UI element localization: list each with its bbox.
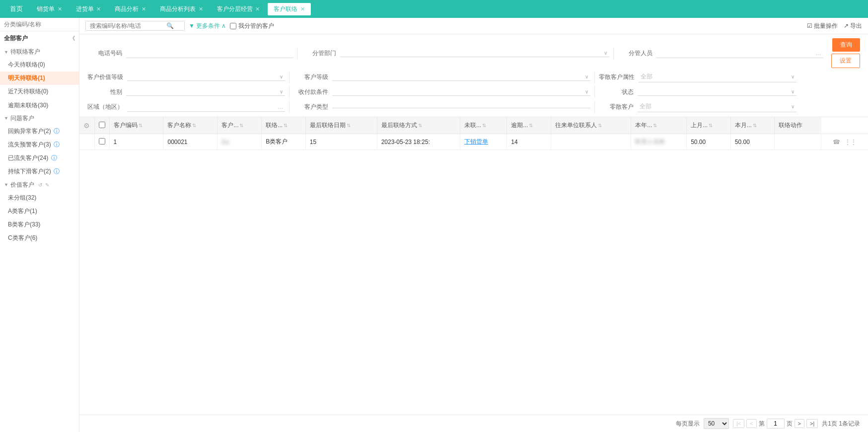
cell-checkbox[interactable] bbox=[94, 134, 109, 150]
filter-manager-select[interactable]: … bbox=[656, 49, 823, 58]
sort-icon-contact-count[interactable]: ⇅ bbox=[284, 123, 288, 128]
filter-retail-customer-select[interactable]: 全部 ∨ bbox=[638, 101, 796, 112]
cell-gear bbox=[79, 134, 94, 150]
filter-cell-customer-level: 客户等级 ∨ bbox=[289, 73, 594, 81]
sort-icon-overdue[interactable]: ⇅ bbox=[529, 123, 533, 128]
export-button[interactable]: ↗ 导出 bbox=[844, 22, 862, 30]
settings-button[interactable]: 设置 bbox=[831, 54, 860, 68]
sidebar-item-churned[interactable]: 已流失客户(24) ⓘ bbox=[0, 151, 79, 165]
retail-customer-caret-icon: ∨ bbox=[791, 104, 795, 109]
sidebar-group-value[interactable]: 价值客户 ↺ ✎ bbox=[0, 179, 79, 191]
contact-method-link[interactable]: 下销货单 bbox=[464, 138, 488, 145]
th-last-month: 上月... ⇅ bbox=[687, 117, 731, 134]
gender-caret-icon: ∨ bbox=[280, 89, 283, 94]
sidebar-group-pending[interactable]: 待联络客户 bbox=[0, 46, 79, 58]
main-search-icon[interactable]: 🔍 bbox=[166, 22, 174, 29]
filter-status-select[interactable]: ∨ bbox=[638, 88, 796, 96]
nav-product-analysis-list[interactable]: 商品分析列表 ✕ bbox=[154, 3, 209, 15]
sidebar-item-abnormal-repurchase[interactable]: 回购异常客户(2) ⓘ bbox=[0, 125, 79, 138]
filter-caret: ∧ bbox=[221, 22, 226, 29]
nav-product-analysis[interactable]: 商品分析 ✕ bbox=[109, 3, 152, 15]
next-page-button[interactable]: > bbox=[795, 419, 804, 428]
search-box[interactable]: 🔍 bbox=[85, 21, 185, 31]
nav-home[interactable]: 首页 bbox=[4, 2, 29, 15]
sort-icon-last-contact-date[interactable]: ⇅ bbox=[347, 123, 351, 128]
sidebar-item-tomorrow-contact[interactable]: 明天待联络(1) bbox=[0, 72, 79, 85]
filter-customer-type-select[interactable] bbox=[332, 106, 590, 108]
my-customers-checkbox-label[interactable]: 我分管的客户 bbox=[230, 22, 274, 30]
filter-dept-select[interactable]: ∨ bbox=[340, 49, 610, 57]
filter-cell-manager: 分管人员 … bbox=[614, 49, 827, 58]
filter-phone-input[interactable] bbox=[126, 49, 293, 58]
sidebar-item-declining[interactable]: 持续下滑客户(2) ⓘ bbox=[0, 165, 79, 178]
sort-icon-this-year[interactable]: ⇅ bbox=[653, 123, 657, 128]
sidebar-search-box[interactable]: 🔍 bbox=[0, 18, 79, 31]
nav-customer-contact[interactable]: 客户联络 ✕ bbox=[268, 3, 311, 15]
nav-close-customer-contact[interactable]: ✕ bbox=[300, 6, 305, 12]
my-customers-checkbox[interactable] bbox=[230, 23, 236, 29]
more-filter-button[interactable]: ▼ 更多条件 ∧ bbox=[189, 22, 226, 30]
main-search-input[interactable] bbox=[90, 22, 164, 29]
action-phone-icon[interactable]: ☎ bbox=[833, 139, 840, 145]
action-more-icon[interactable]: ⋮⋮ bbox=[845, 139, 857, 145]
nav-close-product-analysis[interactable]: ✕ bbox=[142, 6, 146, 12]
sort-icon-name[interactable]: ⇅ bbox=[192, 123, 196, 128]
sort-icon-this-month[interactable]: ⇅ bbox=[753, 123, 757, 128]
export-icon: ↗ bbox=[844, 22, 849, 29]
filter-customer-level-select[interactable]: ∨ bbox=[332, 73, 590, 81]
cell-last-contact-method[interactable]: 下销货单 bbox=[460, 134, 506, 150]
select-all-checkbox[interactable] bbox=[99, 122, 105, 128]
nav-close-purchase-order[interactable]: ✕ bbox=[96, 6, 101, 12]
sidebar-item-overdue-contact[interactable]: 逾期未联络(30) bbox=[0, 99, 79, 112]
sidebar-group-problem[interactable]: 问题客户 bbox=[0, 112, 79, 125]
filter-customer-value-select[interactable]: ∨ bbox=[127, 73, 285, 81]
filter-region-select[interactable]: … bbox=[127, 102, 285, 112]
per-page-select[interactable]: 50 100 200 bbox=[704, 418, 729, 429]
sort-icon-code[interactable]: ⇅ bbox=[139, 123, 143, 128]
sidebar-item-class-a[interactable]: A类客户(1) bbox=[0, 205, 79, 218]
filter-retail-attr-select[interactable]: 全部 ∨ bbox=[639, 72, 796, 82]
sidebar-item-7day-contact[interactable]: 近7天待联络(0) bbox=[0, 85, 79, 98]
sidebar-item-ungrouped[interactable]: 未分组(32) bbox=[0, 191, 79, 205]
sidebar-item-class-b[interactable]: B类客户(33) bbox=[0, 218, 79, 231]
prev-page-button[interactable]: < bbox=[746, 419, 756, 428]
th-overdue: 逾期... ⇅ bbox=[507, 117, 551, 134]
column-settings-icon[interactable]: ⚙ bbox=[83, 122, 90, 130]
th-this-month: 本月... ⇅ bbox=[730, 117, 775, 134]
footer: 每页显示 50 100 200 |< < 第 页 > >| 共1页 1条记录 bbox=[79, 415, 868, 432]
filter-cell-payment: 收付款条件 ∨ bbox=[289, 88, 594, 96]
cell-name[interactable]: Ea bbox=[217, 134, 262, 150]
filter-cell-customer-type: 客户类型 bbox=[289, 103, 594, 111]
page-number-input[interactable] bbox=[767, 419, 785, 429]
last-page-button[interactable]: >| bbox=[806, 419, 818, 428]
first-page-button[interactable]: |< bbox=[733, 419, 744, 428]
nav-close-customer-tiering[interactable]: ✕ bbox=[255, 6, 260, 12]
batch-operation-button[interactable]: ☑ 批量操作 bbox=[807, 22, 838, 30]
sort-icon-uncontacted[interactable]: ⇅ bbox=[482, 123, 486, 128]
row-checkbox[interactable] bbox=[99, 138, 105, 144]
total-records-label: 共1页 1条记录 bbox=[822, 420, 860, 428]
sidebar-collapse-icon: 《 bbox=[70, 35, 75, 42]
filter-payment-select[interactable]: ∨ bbox=[332, 88, 590, 96]
nav-customer-tiering[interactable]: 客户分层经营 ✕ bbox=[211, 3, 266, 15]
filter-cell-region: 区域（地区） … bbox=[87, 102, 289, 112]
sidebar-all-customers[interactable]: 全部客户 《 bbox=[0, 31, 79, 46]
sidebar-search-input[interactable] bbox=[4, 21, 78, 28]
th-gear[interactable]: ⚙ bbox=[79, 117, 94, 134]
sidebar-item-today-contact[interactable]: 今天待联络(0) bbox=[0, 58, 79, 72]
nav-sales-order[interactable]: 销货单 ✕ bbox=[31, 3, 68, 15]
sort-icon-last-month[interactable]: ⇅ bbox=[709, 123, 713, 128]
nav-close-product-analysis-list[interactable]: ✕ bbox=[199, 6, 203, 12]
sort-icon-type[interactable]: ⇅ bbox=[239, 123, 243, 128]
payment-caret-icon: ∨ bbox=[585, 89, 588, 94]
filter-gender-select[interactable]: ∨ bbox=[126, 88, 285, 96]
sort-icon-last-contact-method[interactable]: ⇅ bbox=[418, 123, 422, 128]
th-checkbox[interactable] bbox=[94, 117, 109, 134]
sort-icon-contact-person[interactable]: ⇅ bbox=[598, 123, 602, 128]
query-button[interactable]: 查询 bbox=[832, 38, 860, 52]
sidebar-item-class-c[interactable]: C类客户(6) bbox=[0, 231, 79, 245]
nav-close-sales-order[interactable]: ✕ bbox=[58, 6, 62, 12]
th-last-contact-date: 最后联络日期 ⇅ bbox=[305, 117, 377, 134]
nav-purchase-order[interactable]: 进货单 ✕ bbox=[70, 3, 107, 15]
sidebar-item-churn-warning[interactable]: 流失预警客户(3) ⓘ bbox=[0, 138, 79, 151]
